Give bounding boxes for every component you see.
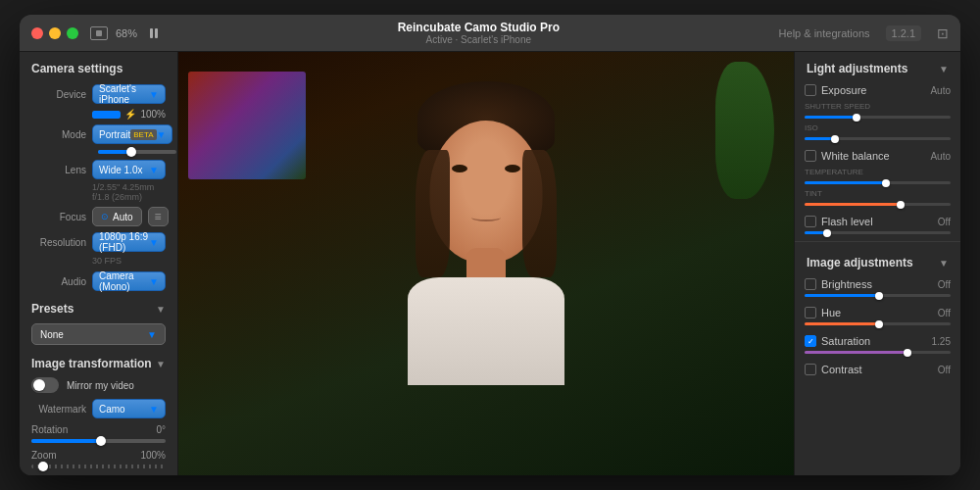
- light-adjustments-title: Light adjustments: [807, 62, 907, 75]
- title-center: Reincubate Camo Studio Pro Active · Scar…: [178, 21, 779, 45]
- contrast-checkbox[interactable]: [805, 364, 816, 375]
- lens-dropdown[interactable]: Wide 1.0x ▼: [92, 160, 166, 179]
- resolution-dropdown[interactable]: 1080p 16:9 (FHD) ▼: [92, 232, 166, 252]
- hue-row: Hue Off: [795, 304, 960, 328]
- minimize-button[interactable]: [49, 27, 61, 39]
- close-button[interactable]: [31, 27, 43, 39]
- temperature-slider[interactable]: [805, 181, 951, 184]
- iso-slider-row: [795, 132, 960, 143]
- resolution-row: Resolution 1080p 16:9 (FHD) ▼: [20, 229, 177, 255]
- contrast-value: Off: [938, 365, 951, 375]
- mode-dropdown[interactable]: Portrait BETA ▼: [92, 124, 172, 144]
- rotation-row: Rotation 0°: [20, 421, 177, 444]
- focus-icon: ⊙: [101, 212, 109, 221]
- device-label: Device: [31, 89, 86, 100]
- watermark-label: Watermark: [31, 404, 86, 415]
- shutter-speed-label: SHUTTER SPEED: [795, 101, 960, 111]
- lens-dropdown-arrow: ▼: [149, 165, 159, 175]
- saturation-value: 1.25: [932, 336, 951, 347]
- white-balance-checkbox[interactable]: [805, 150, 816, 162]
- saturation-checkbox[interactable]: ✓: [805, 335, 816, 347]
- hue-checkbox[interactable]: [805, 307, 816, 318]
- audio-row: Audio Camera (Mono) ▼: [20, 269, 177, 294]
- white-balance-row: White balance Auto: [795, 147, 960, 167]
- focus-row: Focus ⊙ Auto ≡: [20, 204, 177, 229]
- rotation-slider[interactable]: [31, 439, 166, 443]
- brightness-checkbox[interactable]: [805, 278, 816, 290]
- app-subtitle: Active · Scarlet's iPhone: [426, 34, 532, 45]
- light-adjustments-header: Light adjustments ▼: [795, 52, 960, 81]
- audio-dropdown[interactable]: Camera (Mono) ▼: [92, 271, 166, 291]
- flash-slider[interactable]: [805, 231, 951, 234]
- audio-label: Audio: [31, 276, 86, 287]
- pause-button[interactable]: [145, 24, 163, 42]
- mode-row: Mode Portrait BETA ▼: [20, 122, 177, 147]
- image-adj-collapse[interactable]: ▼: [939, 258, 949, 269]
- tint-slider-row: [795, 198, 960, 209]
- mode-slider-row: [20, 147, 177, 157]
- iso-slider[interactable]: [805, 137, 951, 140]
- traffic-lights: [31, 27, 78, 39]
- camera-settings-title: Camera settings: [20, 52, 177, 81]
- flash-checkbox[interactable]: [805, 216, 816, 227]
- device-row: Device Scarlet's iPhone ▼: [20, 81, 177, 107]
- title-bar: 68% Reincubate Camo Studio Pro Active · …: [20, 15, 960, 52]
- resolution-dropdown-arrow: ▼: [149, 237, 159, 248]
- version-badge: 1.2.1: [886, 25, 921, 41]
- hue-value: Off: [938, 308, 951, 318]
- watermark-dropdown[interactable]: Camo ▼: [92, 399, 166, 418]
- contrast-label: Contrast: [821, 364, 862, 375]
- expand-icon[interactable]: ⊡: [937, 25, 949, 41]
- shutter-slider[interactable]: [805, 116, 951, 119]
- presets-section: Presets ▼: [20, 294, 177, 319]
- saturation-slider[interactable]: [805, 351, 951, 354]
- white-balance-label: White balance: [821, 150, 890, 162]
- app-window: 68% Reincubate Camo Studio Pro Active · …: [20, 15, 960, 475]
- fps-label: 30 FPS: [20, 255, 177, 269]
- image-transform-collapse[interactable]: ▼: [156, 359, 166, 369]
- flash-row: Flash level Off: [795, 213, 960, 237]
- brightness-slider[interactable]: [805, 294, 951, 297]
- shutter-slider-row: [795, 111, 960, 122]
- watermark-dropdown-arrow: ▼: [149, 404, 159, 415]
- mirror-toggle[interactable]: [31, 377, 59, 393]
- zoom-row: Zoom 100%: [20, 444, 177, 469]
- image-adjustments-title: Image adjustments: [807, 256, 913, 270]
- exposure-checkbox[interactable]: [805, 84, 816, 96]
- focus-label: Focus: [31, 212, 86, 222]
- device-dropdown[interactable]: Scarlet's iPhone ▼: [92, 84, 166, 104]
- tint-slider[interactable]: [805, 203, 951, 206]
- brightness-value: Off: [938, 279, 951, 290]
- hue-slider[interactable]: [805, 322, 951, 325]
- mode-slider[interactable]: [98, 150, 176, 154]
- help-link[interactable]: Help & integrations: [779, 27, 870, 39]
- image-transform-title: Image transformation: [31, 357, 152, 370]
- resolution-label: Resolution: [31, 237, 86, 248]
- presets-collapse[interactable]: ▼: [156, 304, 166, 315]
- brightness-label: Brightness: [821, 278, 872, 290]
- presets-dropdown[interactable]: None ▼: [31, 323, 166, 345]
- light-collapse[interactable]: ▼: [939, 64, 949, 74]
- toggle-knob: [33, 379, 45, 391]
- title-right: Help & integrations 1.2.1 ⊡: [779, 25, 949, 41]
- temperature-label: TEMPERATURE: [795, 167, 960, 176]
- mirror-label: Mirror my video: [67, 380, 134, 391]
- lens-label: Lens: [31, 165, 86, 175]
- iso-label: ISO: [795, 122, 960, 132]
- rotation-label: Rotation: [31, 424, 68, 435]
- audio-dropdown-arrow: ▼: [149, 276, 159, 287]
- hue-label: Hue: [821, 307, 841, 318]
- device-dropdown-arrow: ▼: [149, 89, 159, 100]
- zoom-slider[interactable]: [31, 465, 166, 468]
- window-layout-icon[interactable]: [90, 26, 108, 40]
- focus-list-btn[interactable]: ≡: [148, 207, 169, 226]
- battery-row: ⚡ 100%: [20, 107, 177, 122]
- camera-background: [178, 52, 794, 475]
- beta-badge: BETA: [130, 129, 156, 140]
- maximize-button[interactable]: [67, 27, 78, 39]
- lens-spec: 1/2.55" 4.25mm f/1.8 (26mm): [20, 182, 177, 204]
- white-balance-value: Auto: [930, 151, 951, 162]
- focus-auto-btn[interactable]: ⊙ Auto: [92, 207, 142, 226]
- battery-percent: 100%: [140, 109, 166, 120]
- panel-divider: [795, 241, 960, 242]
